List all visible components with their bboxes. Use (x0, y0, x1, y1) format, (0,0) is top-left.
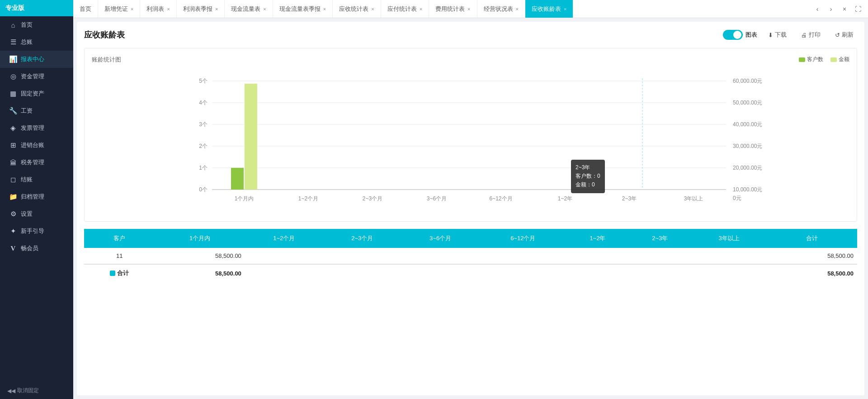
tab-voucher[interactable]: 新增凭证 × (98, 0, 140, 18)
tab-expense-close[interactable]: × (467, 6, 470, 12)
chart-toggle[interactable]: 图表 (723, 30, 757, 40)
footer-total-label: 合计 (117, 269, 129, 277)
download-btn[interactable]: ⬇ 下载 (764, 29, 790, 41)
asset-icon: ▦ (9, 90, 17, 98)
tab-fullscreen-btn[interactable]: ⛶ (852, 3, 864, 15)
table-footer-row: 合计 58,500.00 58,500.00 (84, 264, 857, 282)
tab-profit-q-close[interactable]: × (215, 6, 218, 12)
footer-m1-2 (245, 264, 323, 282)
col-m3-6: 3~6个月 (401, 229, 480, 248)
tab-profit-label: 利润表 (146, 5, 164, 13)
svg-text:30,000.00元: 30,000.00元 (733, 143, 762, 149)
sidebar-item-home[interactable]: ⌂ 首页 (0, 16, 73, 33)
sidebar-item-invoice[interactable]: ◈ 发票管理 (0, 119, 73, 137)
tab-ap-stat-close[interactable]: × (420, 6, 422, 12)
tab-home[interactable]: 首页 (73, 0, 98, 18)
collapse-sidebar-btn[interactable]: ◀◀ 取消固定 (0, 382, 73, 399)
refresh-label: 刷新 (842, 31, 854, 39)
chart-toggle-label: 图表 (745, 31, 757, 39)
tab-cashflow-close[interactable]: × (263, 6, 266, 12)
tab-ap-stat-label: 应付统计表 (387, 5, 417, 13)
print-btn[interactable]: 🖨 打印 (797, 29, 824, 41)
svg-text:60,000.00元: 60,000.00元 (733, 78, 762, 84)
cell-y1-2 (566, 248, 629, 264)
settle-icon: ◻ (9, 176, 17, 184)
chart-svg: 5个 4个 3个 2个 1个 0个 60,000.00元 50,000.00元 … (92, 69, 849, 214)
archive-icon: 📁 (9, 193, 17, 201)
download-icon: ⬇ (768, 32, 773, 38)
tab-business-close[interactable]: × (516, 6, 519, 12)
sidebar-item-guide[interactable]: ✦ 新手引导 (0, 223, 73, 240)
sidebar-item-archive[interactable]: 📁 归档管理 (0, 188, 73, 205)
sidebar-item-label: 报表中心 (21, 55, 44, 63)
tab-cashflow-q[interactable]: 现金流量表季报 × (273, 0, 333, 18)
sidebar-item-settings[interactable]: ⚙ 设置 (0, 205, 73, 223)
col-m6-12: 6~12个月 (480, 229, 566, 248)
toggle-knob[interactable] (723, 30, 743, 40)
tab-cashflow-q-close[interactable]: × (323, 6, 326, 12)
sidebar-item-label: 畅会员 (21, 244, 38, 252)
cell-m2-3 (323, 248, 401, 264)
refresh-btn[interactable]: ↺ 刷新 (831, 29, 857, 41)
sidebar-item-salary[interactable]: 🔧 工资 (0, 102, 73, 119)
tab-voucher-close[interactable]: × (131, 6, 133, 12)
tab-ar-aging-close[interactable]: × (564, 6, 566, 12)
svg-text:0元: 0元 (733, 195, 741, 201)
tab-profit-q[interactable]: 利润表季报 × (177, 0, 225, 18)
cell-y3plus (691, 248, 767, 264)
sidebar-item-settle[interactable]: ◻ 结账 (0, 171, 73, 188)
tab-next-btn[interactable]: › (825, 3, 837, 15)
bar-1m-customer (231, 168, 244, 190)
svg-text:10,000.00元: 10,000.00元 (733, 186, 762, 193)
col-total: 合计 (767, 229, 857, 248)
cell-m3-6 (401, 248, 480, 264)
tab-ar-aging-label: 应收账龄表 (532, 5, 561, 13)
sidebar-item-label: 工资 (21, 107, 33, 115)
tab-cashflow[interactable]: 现金流量表 × (225, 0, 273, 18)
sidebar-item-label: 总账 (21, 38, 33, 46)
sidebar-item-asset[interactable]: ▦ 固定资产 (0, 85, 73, 102)
tab-expense[interactable]: 费用统计表 × (429, 0, 477, 18)
svg-text:40,000.00元: 40,000.00元 (733, 121, 762, 128)
col-y1-2: 1~2年 (566, 229, 629, 248)
sidebar-item-label: 首页 (21, 21, 33, 29)
sidebar-item-sales[interactable]: ⊞ 进销台账 (0, 137, 73, 154)
svg-text:2~3个月: 2~3个月 (363, 195, 382, 202)
sidebar-item-fund[interactable]: ◎ 资金管理 (0, 68, 73, 85)
tab-ar-stat-close[interactable]: × (371, 6, 374, 12)
tab-prev-btn[interactable]: ‹ (811, 3, 824, 15)
cell-m6-12 (480, 248, 566, 264)
footer-y3plus (691, 264, 767, 282)
sidebar-item-label: 资金管理 (21, 72, 44, 81)
svg-text:4个: 4个 (199, 100, 208, 106)
tab-close-all-btn[interactable]: × (838, 3, 851, 15)
footer-m2-3 (323, 264, 401, 282)
collapse-icon: ◀◀ (7, 388, 15, 394)
app-logo: 专业版 (0, 0, 73, 16)
tab-expense-label: 费用统计表 (435, 5, 465, 13)
tab-ap-stat[interactable]: 应付统计表 × (381, 0, 429, 18)
tab-business[interactable]: 经营状况表 × (477, 0, 525, 18)
tab-profit-close[interactable]: × (167, 6, 170, 12)
legend-customer: 客户数 (799, 56, 823, 63)
col-m1: 1个月内 (155, 229, 245, 248)
sidebar-item-tax[interactable]: 🏛 税务管理 (0, 154, 73, 171)
tab-cashflow-label: 现金流量表 (231, 5, 260, 13)
tab-ar-stat[interactable]: 应收统计表 × (333, 0, 381, 18)
cell-m1-2 (245, 248, 323, 264)
svg-text:3年以上: 3年以上 (684, 195, 703, 202)
footer-y1-2 (566, 264, 629, 282)
cell-total: 58,500.00 (767, 248, 857, 264)
refresh-icon: ↺ (835, 32, 840, 38)
footer-m1: 58,500.00 (155, 264, 245, 282)
chart-legend: 客户数 金额 (799, 56, 849, 63)
sidebar-item-ledger[interactable]: ☰ 总账 (0, 33, 73, 51)
svg-text:1个月内: 1个月内 (235, 195, 254, 202)
sidebar-item-vip[interactable]: V 畅会员 (0, 240, 73, 257)
tab-profit[interactable]: 利润表 × (140, 0, 176, 18)
total-dot (110, 271, 115, 276)
tab-ar-aging[interactable]: 应收账龄表 × (525, 0, 573, 18)
sidebar-item-report[interactable]: 📊 报表中心 (0, 51, 73, 68)
settings-icon: ⚙ (9, 210, 17, 218)
print-label: 打印 (809, 31, 821, 39)
